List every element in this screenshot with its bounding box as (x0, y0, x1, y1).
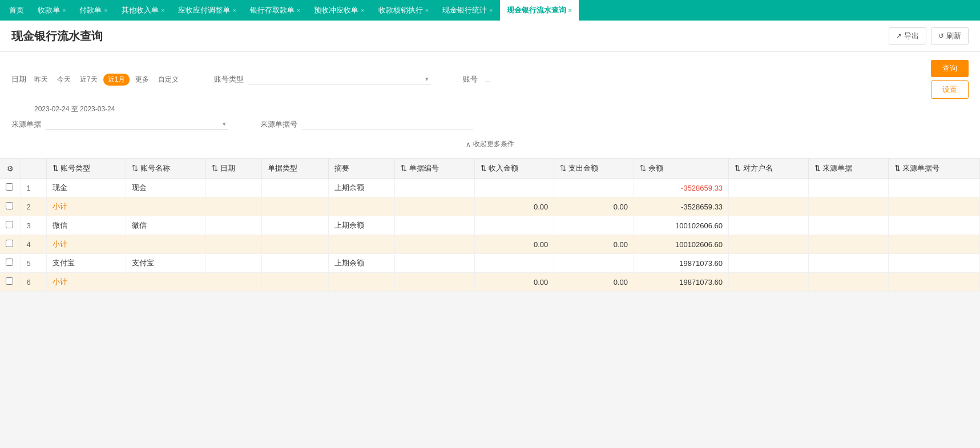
td-index: 6 (21, 273, 46, 292)
source-doc-no-label: 来源单据号 (260, 119, 297, 130)
nav-receipt[interactable]: 收款单 × (31, 0, 72, 21)
nav-cash-bank-flow[interactable]: 现金银行流水查询 × (500, 0, 579, 21)
account-type-select[interactable]: ▾ (248, 74, 431, 84)
td-source-doc (808, 216, 888, 235)
account-filter: 账号 ... (463, 74, 493, 84)
th-gear[interactable]: ⚙ (0, 159, 21, 179)
td-account-name: 现金 (126, 179, 206, 197)
refresh-button[interactable]: ↺ 刷新 (931, 27, 969, 45)
td-account-type: 小计 (46, 235, 126, 254)
close-icon[interactable]: × (161, 0, 164, 21)
td-source-doc-no (888, 197, 980, 216)
td-checkbox[interactable] (0, 273, 21, 292)
account-type-label: 账号类型 (214, 74, 244, 84)
close-icon[interactable]: × (568, 0, 572, 21)
td-account-name (126, 197, 206, 216)
nav-home[interactable]: 首页 (2, 0, 31, 21)
source-doc-select[interactable]: ▾ (46, 119, 228, 130)
ellipsis-button[interactable]: ... (482, 75, 493, 84)
td-source-doc-no (888, 235, 980, 254)
td-date (205, 273, 261, 292)
th-account-name[interactable]: ⇅ 账号名称 (126, 159, 206, 179)
td-date (205, 197, 261, 216)
td-balance: 100102606.60 (634, 216, 729, 235)
th-source-doc[interactable]: ⇅ 来源单据 (808, 159, 888, 179)
collapse-bar[interactable]: ∧ 收起更多条件 (11, 136, 969, 152)
th-counterparty[interactable]: ⇅ 对方户名 (729, 159, 809, 179)
th-date[interactable]: ⇅ 日期 (205, 159, 261, 179)
account-type-filter: 账号类型 ▾ (214, 74, 431, 84)
td-source-doc-no (888, 179, 980, 197)
table-row: 2 小计 0.00 0.00 -3528659.33 (0, 197, 980, 216)
date-btn-7days[interactable]: 近7天 (76, 74, 101, 86)
td-source-doc-no (888, 273, 980, 292)
th-doc-no[interactable]: ⇅ 单据编号 (394, 159, 474, 179)
settings-button[interactable]: 设置 (931, 80, 969, 99)
date-btn-more[interactable]: 更多 (132, 74, 152, 86)
td-summary: 上期余额 (328, 216, 394, 235)
th-expense[interactable]: ⇅ 支出金额 (554, 159, 634, 179)
td-summary: 上期余额 (328, 179, 394, 197)
td-expense: 0.00 (554, 235, 634, 254)
date-shortcuts: 昨天 今天 近7天 近1月 更多 自定义 (31, 74, 182, 86)
td-income: 0.00 (474, 197, 554, 216)
th-source-doc-no[interactable]: ⇅ 来源单据号 (888, 159, 980, 179)
th-index (21, 159, 46, 179)
gear-icon[interactable]: ⚙ (7, 164, 14, 173)
td-balance: 100102606.60 (634, 235, 729, 254)
td-account-name: 微信 (126, 216, 206, 235)
td-checkbox[interactable] (0, 179, 21, 197)
th-income[interactable]: ⇅ 收入金额 (474, 159, 554, 179)
nav-ar-ap-adjust[interactable]: 应收应付调整单 × (171, 0, 243, 21)
source-doc-no-filter: 来源单据号 (260, 119, 473, 130)
td-index: 4 (21, 235, 46, 254)
close-icon[interactable]: × (297, 0, 300, 21)
source-doc-label: 来源单据 (11, 119, 41, 130)
action-buttons: 查询 设置 (931, 60, 969, 99)
td-counterparty (729, 235, 809, 254)
page-header: 现金银行流水查询 ↗ 导出 ↺ 刷新 (0, 21, 980, 52)
nav-payment[interactable]: 付款单 × (72, 0, 114, 21)
date-btn-1month[interactable]: 近1月 (103, 74, 130, 86)
td-checkbox[interactable] (0, 197, 21, 216)
nav-receipt-exec[interactable]: 收款核销执行 × (372, 0, 435, 21)
table-row: 1 现金 现金 上期余额 -3528659.33 (0, 179, 980, 197)
export-button[interactable]: ↗ 导出 (889, 27, 926, 45)
td-checkbox[interactable] (0, 235, 21, 254)
td-summary: 上期余额 (328, 254, 394, 273)
date-btn-yesterday[interactable]: 昨天 (31, 74, 51, 86)
page-title: 现金银行流水查询 (11, 29, 103, 44)
td-checkbox[interactable] (0, 216, 21, 235)
td-balance: 19871073.60 (634, 273, 729, 292)
td-income: 0.00 (474, 235, 554, 254)
th-account-type[interactable]: ⇅ 账号类型 (46, 159, 126, 179)
date-btn-today[interactable]: 今天 (54, 74, 74, 86)
td-income (474, 254, 554, 273)
source-doc-filter: 来源单据 ▾ (11, 119, 228, 130)
nav-prepay-offset[interactable]: 预收冲应收单 × (307, 0, 371, 21)
query-button[interactable]: 查询 (931, 60, 969, 77)
close-icon[interactable]: × (489, 0, 493, 21)
nav-other-income[interactable]: 其他收入单 × (115, 0, 171, 21)
td-checkbox[interactable] (0, 254, 21, 273)
td-income (474, 216, 554, 235)
td-doc-type (262, 216, 328, 235)
td-counterparty (729, 273, 809, 292)
close-icon[interactable]: × (232, 0, 236, 21)
header-actions: ↗ 导出 ↺ 刷新 (889, 27, 969, 45)
close-icon[interactable]: × (425, 0, 429, 21)
nav-cash-bank-stats[interactable]: 现金银行统计 × (435, 0, 499, 21)
td-doc-no (394, 254, 474, 273)
td-doc-type (262, 273, 328, 292)
close-icon[interactable]: × (62, 0, 66, 21)
nav-bank-deposit[interactable]: 银行存取款单 × (243, 0, 307, 21)
td-index: 5 (21, 254, 46, 273)
date-btn-custom[interactable]: 自定义 (155, 74, 182, 86)
close-icon[interactable]: × (361, 0, 364, 21)
td-counterparty (729, 216, 809, 235)
th-balance[interactable]: ⇅ 余额 (634, 159, 729, 179)
table-row: 6 小计 0.00 0.00 19871073.60 (0, 273, 980, 292)
close-icon[interactable]: × (104, 0, 107, 21)
source-doc-no-input[interactable] (302, 119, 473, 130)
td-account-type: 现金 (46, 179, 126, 197)
